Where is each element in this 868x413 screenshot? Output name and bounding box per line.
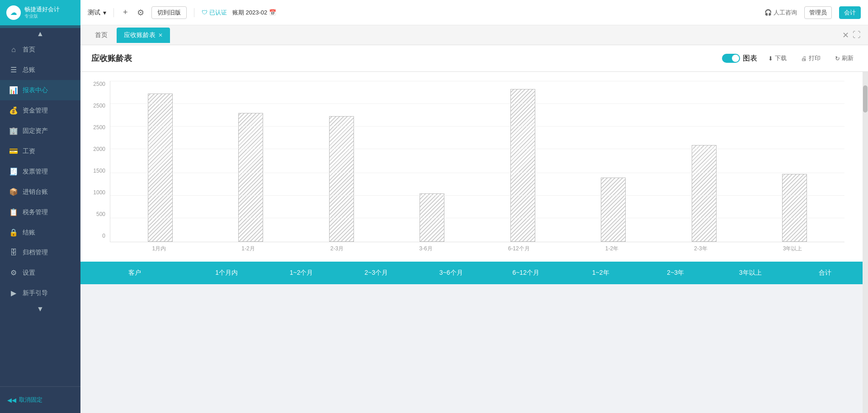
consultation-label: 人工咨询 (774, 9, 797, 17)
tab-close-window-icon[interactable]: ✕ (842, 30, 849, 40)
ledger-icon: ☰ (9, 66, 18, 74)
th-6-12month: 6~12个月 (488, 262, 563, 284)
th-1month: 1个月内 (189, 262, 264, 284)
tab-home-label: 首页 (95, 31, 108, 38)
y-label-2500b: 2500 (93, 103, 105, 109)
table-container: 客户 1个月内 1~2个月 2~3个月 3~6个月 6~12个月 1~2年 2~… (80, 262, 863, 284)
sidebar-scroll-down[interactable]: ▼ (0, 303, 80, 315)
cancel-fixed-button[interactable]: ◀◀ 取消固定 (0, 391, 80, 408)
topbar-right: 🎧 人工咨询 管理员 会计 (764, 6, 861, 19)
tab-bar-actions: ✕ ⛶ (842, 30, 861, 40)
topbar-settings-button[interactable]: ⚙ (135, 6, 146, 19)
sidebar-item-home-label: 首页 (23, 46, 35, 54)
download-button[interactable]: ⬇ 下载 (764, 52, 790, 64)
y-label-1500: 1500 (93, 168, 105, 174)
tab-expand-icon[interactable]: ⛶ (853, 30, 861, 40)
switch-old-button[interactable]: 切到旧版 (151, 6, 187, 19)
page-title: 应收账龄表 (91, 53, 132, 64)
sidebar-item-ledger-label: 总账 (23, 66, 35, 74)
add-icon: + (123, 8, 128, 17)
sidebar-item-settings-label: 设置 (23, 269, 35, 277)
bar-col-5 (601, 81, 626, 242)
sidebar-item-funds[interactable]: 💰 资金管理 (0, 100, 80, 121)
sidebar-item-reports[interactable]: 📊 报表中心 (0, 80, 80, 100)
print-icon: 🖨 (801, 55, 807, 62)
th-total: 合计 (788, 262, 863, 284)
x-label-2: 2-3月 (330, 245, 344, 253)
app-name-block: 畅捷通好会计 专业版 (24, 6, 60, 20)
invoice-icon: 🧾 (9, 167, 18, 176)
y-label-500: 500 (96, 211, 105, 217)
tab-bar: 首页 应收账龄表 ✕ ✕ ⛶ (80, 25, 868, 45)
bar-1-2year (601, 178, 626, 242)
scrollbar[interactable] (863, 72, 868, 413)
th-2-3year: 2~3年 (638, 262, 713, 284)
x-label-7: 3年以上 (783, 245, 802, 253)
toggle-track[interactable] (722, 54, 740, 63)
sidebar-item-settings[interactable]: ⚙ 设置 (0, 263, 80, 283)
sidebar-scroll-up[interactable]: ▲ (0, 28, 80, 40)
sidebar-item-payroll-label: 工资 (23, 147, 35, 155)
bar-3year-plus (782, 174, 807, 242)
refresh-label: 刷新 (842, 54, 854, 62)
manager-button[interactable]: 管理员 (804, 6, 832, 19)
cancel-fixed-icon: ◀◀ (7, 397, 16, 404)
sidebar-item-home[interactable]: ⌂ 首页 (0, 40, 80, 60)
sidebar-item-payroll[interactable]: 💳 工资 (0, 141, 80, 161)
tab-home[interactable]: 首页 (88, 28, 115, 43)
role-button[interactable]: 会计 (839, 6, 861, 19)
add-button[interactable]: + (121, 6, 130, 19)
content-header-actions: 图表 ⬇ 下载 🖨 打印 ↻ 刷新 (722, 52, 857, 64)
settings-nav-icon: ⚙ (9, 268, 18, 277)
sidebar-logo: ☁ 畅捷通好会计 专业版 (0, 0, 80, 25)
company-selector[interactable]: 测试 ▾ (88, 9, 106, 17)
tab-aging[interactable]: 应收账龄表 ✕ (117, 28, 170, 43)
th-customer: 客户 (80, 262, 189, 284)
bar-col-0 (148, 81, 173, 242)
sidebar-item-funds-label: 资金管理 (23, 107, 48, 115)
chart-x-labels: 1月内 1-2月 2-3月 3-6月 6-12个月 1-2年 2-3年 3年以上 (110, 242, 844, 253)
payroll-icon: 💳 (9, 147, 18, 155)
sidebar-item-reports-label: 报表中心 (23, 86, 48, 94)
topbar-divider-1 (113, 8, 114, 17)
main-area: 测试 ▾ + ⚙ 切到旧版 🛡 已认证 账期 2023-02 📅 🎧 人工咨询 … (80, 0, 868, 413)
sidebar-item-inventory[interactable]: 📦 进销台账 (0, 182, 80, 202)
chart-y-axis: 2500 2500 2500 2000 1500 1000 500 0 (90, 81, 110, 253)
company-dropdown-icon: ▾ (103, 9, 106, 16)
headset-icon: 🎧 (764, 9, 772, 16)
sidebar-item-guide[interactable]: ▶ 新手引导 (0, 283, 80, 303)
sidebar-item-closing[interactable]: 🔒 结账 (0, 222, 80, 243)
toggle-thumb (732, 55, 739, 62)
app-name: 畅捷通好会计 (24, 6, 60, 14)
bars-group (115, 81, 840, 242)
sidebar-item-archive[interactable]: 🗄 归档管理 (0, 243, 80, 263)
refresh-button[interactable]: ↻ 刷新 (831, 52, 857, 64)
sidebar-item-assets-label: 固定资产 (23, 127, 48, 135)
th-3year-plus: 3年以上 (713, 262, 788, 284)
sidebar-item-assets[interactable]: 🏢 固定资产 (0, 121, 80, 141)
content-body: 2500 2500 2500 2000 1500 1000 500 0 (80, 72, 868, 413)
sidebar-item-tax[interactable]: 📋 税务管理 (0, 202, 80, 222)
sidebar-item-archive-label: 归档管理 (23, 249, 48, 257)
refresh-icon: ↻ (835, 55, 840, 62)
y-label-0: 0 (102, 233, 105, 239)
tab-close-icon[interactable]: ✕ (158, 32, 163, 38)
download-label: 下载 (775, 54, 787, 62)
app-logo-icon: ☁ (6, 5, 21, 20)
calendar-icon[interactable]: 📅 (269, 9, 276, 16)
certified-label: 已认证 (209, 9, 227, 17)
chart-toggle[interactable]: 图表 (722, 54, 757, 63)
consultation-button[interactable]: 🎧 人工咨询 (764, 9, 797, 17)
bar-col-3 (420, 81, 444, 242)
print-button[interactable]: 🖨 打印 (797, 52, 824, 64)
x-label-1: 1-2月 (241, 245, 255, 253)
x-label-0: 1月内 (152, 245, 166, 253)
guide-icon: ▶ (9, 289, 18, 297)
print-label: 打印 (809, 54, 821, 62)
sidebar-item-invoice-label: 发票管理 (23, 168, 48, 176)
sidebar-item-invoice[interactable]: 🧾 发票管理 (0, 161, 80, 182)
sidebar: ☁ 畅捷通好会计 专业版 ▲ ⌂ 首页 ☰ 总账 📊 报表中心 💰 资金管理 🏢… (0, 0, 80, 413)
app-edition: 专业版 (24, 13, 60, 19)
y-label-2500a: 2500 (93, 81, 105, 87)
sidebar-item-ledger[interactable]: ☰ 总账 (0, 60, 80, 80)
